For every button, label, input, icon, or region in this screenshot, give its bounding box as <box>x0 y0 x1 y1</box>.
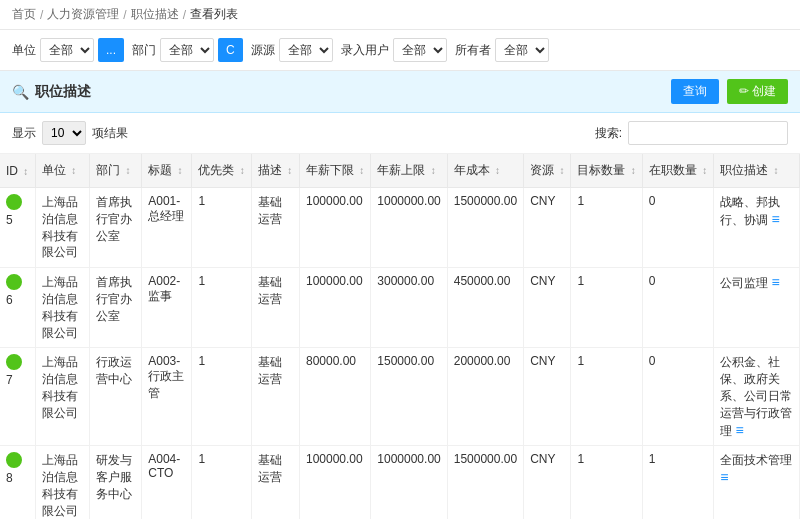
cell-desc: 基础运营 <box>251 348 299 446</box>
status-dot[interactable] <box>6 354 22 370</box>
col-title[interactable]: 标题 ↕ <box>142 154 192 188</box>
create-button[interactable]: ✏ 创建 <box>727 79 788 104</box>
owner-filter-group: 所有者 全部 <box>455 38 549 62</box>
salary-min-value: 80000.00 <box>306 354 356 368</box>
dept-confirm-button[interactable]: C <box>218 38 243 62</box>
dept-select[interactable]: 全部 <box>160 38 214 62</box>
annual-cost-value: 1500000.00 <box>454 194 517 208</box>
page-title-icon: 🔍 <box>12 84 29 100</box>
dept-name: 首席执行官办公室 <box>96 275 132 323</box>
cell-title: A002-监事 <box>142 268 192 348</box>
search-box: 搜索: <box>595 121 788 145</box>
col-salary-min[interactable]: 年薪下限 ↕ <box>299 154 370 188</box>
annual-cost-value: 200000.00 <box>454 354 511 368</box>
dept-name: 行政运营中心 <box>96 355 132 386</box>
col-salary-max[interactable]: 年薪上限 ↕ <box>371 154 447 188</box>
breadcrumb-jd[interactable]: 职位描述 <box>131 6 179 23</box>
dept-filter-group: 部门 全部 C <box>132 38 243 62</box>
count-select[interactable]: 10 25 50 <box>42 121 86 145</box>
cell-target-count: 1 <box>571 268 642 348</box>
import-filter-group: 录入用户 全部 <box>341 38 447 62</box>
cell-unit: 上海品泊信息科技有限公司 <box>35 446 89 519</box>
col-priority[interactable]: 优先类 ↕ <box>192 154 251 188</box>
source-value: CNY <box>530 274 555 288</box>
col-unit[interactable]: 单位 ↕ <box>35 154 89 188</box>
expand-icon[interactable]: ≡ <box>772 274 780 290</box>
cell-source: CNY <box>524 348 571 446</box>
salary-max-value: 300000.00 <box>377 274 434 288</box>
dept-name: 研发与客户服务中心 <box>96 453 132 501</box>
salary-min-value: 100000.00 <box>306 274 363 288</box>
cell-desc: 基础运营 <box>251 446 299 519</box>
salary-max-value: 150000.00 <box>377 354 434 368</box>
source-filter-group: 源源 全部 <box>251 38 333 62</box>
breadcrumb-home[interactable]: 首页 <box>12 6 36 23</box>
cell-source: CNY <box>524 188 571 268</box>
cell-source: CNY <box>524 446 571 519</box>
active-count-value: 0 <box>649 354 656 368</box>
source-value: CNY <box>530 452 555 466</box>
cell-dept: 首席执行官办公室 <box>90 188 142 268</box>
title-value: A001-总经理 <box>148 194 184 223</box>
col-job-desc[interactable]: 职位描述 ↕ <box>714 154 800 188</box>
breadcrumb-hr[interactable]: 人力资源管理 <box>47 6 119 23</box>
unit-select[interactable]: 全部 <box>40 38 94 62</box>
cell-job-desc: 公司监理 ≡ <box>714 268 800 348</box>
active-count-value: 1 <box>649 452 656 466</box>
target-count-value: 1 <box>577 274 584 288</box>
import-select[interactable]: 全部 <box>393 38 447 62</box>
unit-confirm-button[interactable]: ... <box>98 38 124 62</box>
col-target-count[interactable]: 目标数量 ↕ <box>571 154 642 188</box>
col-dept[interactable]: 部门 ↕ <box>90 154 142 188</box>
table-row: 6上海品泊信息科技有限公司首席执行官办公室A002-监事1基础运营100000.… <box>0 268 800 348</box>
cell-desc: 基础运营 <box>251 188 299 268</box>
target-count-value: 1 <box>577 194 584 208</box>
col-source[interactable]: 资源 ↕ <box>524 154 571 188</box>
status-dot[interactable] <box>6 194 22 210</box>
status-dot[interactable] <box>6 274 22 290</box>
breadcrumb-current: 查看列表 <box>190 6 238 23</box>
company-name: 上海品泊信息科技有限公司 <box>42 355 78 419</box>
expand-icon[interactable]: ≡ <box>720 469 728 485</box>
cell-dept: 首席执行官办公室 <box>90 268 142 348</box>
cell-job-desc: 全面技术管理 ≡ <box>714 446 800 519</box>
cell-salary-min: 100000.00 <box>299 446 370 519</box>
owner-select[interactable]: 全部 <box>495 38 549 62</box>
cell-id: 6 <box>0 268 35 348</box>
col-active-count[interactable]: 在职数量 ↕ <box>642 154 713 188</box>
query-button[interactable]: 查询 <box>671 79 719 104</box>
cell-salary-min: 100000.00 <box>299 268 370 348</box>
cell-salary-min: 80000.00 <box>299 348 370 446</box>
col-id[interactable]: ID ↕ <box>0 154 35 188</box>
cell-annual-cost: 450000.00 <box>447 268 523 348</box>
cell-salary-max: 300000.00 <box>371 268 447 348</box>
owner-label: 所有者 <box>455 42 491 59</box>
header-buttons: 查询 ✏ 创建 <box>671 79 788 104</box>
expand-icon[interactable]: ≡ <box>736 422 744 438</box>
cell-title: A003-行政主管 <box>142 348 192 446</box>
cell-job-desc: 公积金、社保、政府关系、公司日常运营与行政管理 ≡ <box>714 348 800 446</box>
cell-unit: 上海品泊信息科技有限公司 <box>35 188 89 268</box>
search-label: 搜索: <box>595 125 622 142</box>
col-annual-cost[interactable]: 年成本 ↕ <box>447 154 523 188</box>
status-dot[interactable] <box>6 452 22 468</box>
breadcrumb-sep1: / <box>40 8 43 22</box>
cell-target-count: 1 <box>571 446 642 519</box>
priority-value: 1 <box>198 354 205 368</box>
title-value: A004-CTO <box>148 452 180 480</box>
dept-label: 部门 <box>132 42 156 59</box>
search-input[interactable] <box>628 121 788 145</box>
cell-active-count: 1 <box>642 446 713 519</box>
company-name: 上海品泊信息科技有限公司 <box>42 453 78 517</box>
cell-salary-min: 100000.00 <box>299 188 370 268</box>
col-desc[interactable]: 描述 ↕ <box>251 154 299 188</box>
priority-value: 1 <box>198 194 205 208</box>
cell-id: 5 <box>0 188 35 268</box>
page-header: 🔍 职位描述 查询 ✏ 创建 <box>0 71 800 113</box>
filter-bar: 单位 全部 ... 部门 全部 C 源源 全部 录入用户 全部 所有者 全部 <box>0 30 800 71</box>
source-value: CNY <box>530 354 555 368</box>
table-row: 8上海品泊信息科技有限公司研发与客户服务中心A004-CTO1基础运营10000… <box>0 446 800 519</box>
expand-icon[interactable]: ≡ <box>772 211 780 227</box>
company-name: 上海品泊信息科技有限公司 <box>42 195 78 259</box>
source-select[interactable]: 全部 <box>279 38 333 62</box>
